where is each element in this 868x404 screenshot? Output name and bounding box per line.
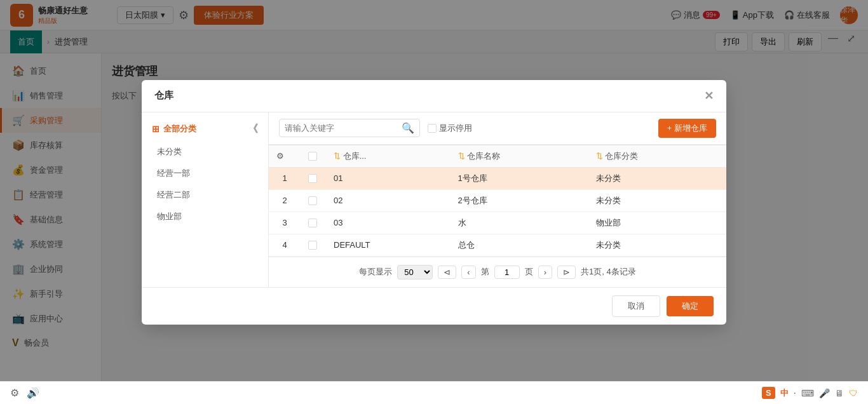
keyboard-icon[interactable]: ⌨ <box>801 388 814 398</box>
modal-backdrop: 仓库 ✕ ⊞ 全部分类 《 未分类 经营一部 经营二部 物业部 <box>0 0 868 404</box>
row-checkbox-4[interactable] <box>308 241 317 250</box>
search-input[interactable] <box>285 123 399 133</box>
row-cat-4: 未分类 <box>588 234 726 256</box>
add-warehouse-btn[interactable]: + 新增仓库 <box>658 119 716 138</box>
sort-icon-name: ⇅ <box>458 151 465 161</box>
category-header: ⊞ 全部分类 《 <box>142 118 268 141</box>
show-disabled-label: 显示停用 <box>428 123 472 134</box>
row-gear-1: 1 <box>269 167 301 189</box>
cancel-btn[interactable]: 取消 <box>612 295 660 317</box>
th-code: ⇅ 仓库... <box>326 145 451 167</box>
th-checkbox <box>301 145 326 167</box>
table-row[interactable]: 3 03 水 物业部 <box>269 212 726 234</box>
row-name-4: 总仓 <box>451 234 588 256</box>
page-size-select[interactable]: 50 10 20 100 <box>397 265 433 279</box>
page-unit: 页 <box>525 266 533 278</box>
category-item-2[interactable]: 经营二部 <box>142 184 268 206</box>
category-panel: ⊞ 全部分类 《 未分类 经营一部 经营二部 物业部 <box>142 112 269 287</box>
row-cat-3: 物业部 <box>588 212 726 234</box>
row-cb-2 <box>301 189 326 212</box>
pagination: 每页显示 50 10 20 100 ⊲ ‹ 第 页 › ⊳ 共1页, 4条记录 <box>269 257 726 287</box>
first-page-btn[interactable]: ⊲ <box>438 266 456 279</box>
table-panel: 🔍 显示停用 + 新增仓库 ⚙ <box>269 112 726 287</box>
row-code-4: DEFAULT <box>326 234 451 256</box>
row-gear-2: 2 <box>269 189 301 212</box>
sound-icon[interactable]: 🔊 <box>27 387 39 399</box>
data-table: ⚙ ⇅ 仓库... ⇅ <box>269 145 726 257</box>
zh-icon[interactable]: 中 <box>780 387 789 399</box>
row-gear-3: 3 <box>269 212 301 234</box>
row-name-1: 1号仓库 <box>451 167 588 189</box>
table-row[interactable]: 1 01 1号仓库 未分类 <box>269 167 726 189</box>
th-category: ⇅ 仓库分类 <box>588 145 726 167</box>
row-gear-4: 4 <box>269 234 301 256</box>
row-name-3: 水 <box>451 212 588 234</box>
collapse-icon[interactable]: 《 <box>248 123 258 136</box>
gear-icon[interactable]: ⚙ <box>276 151 284 161</box>
th-name: ⇅ 仓库名称 <box>451 145 588 167</box>
row-name-2: 2号仓库 <box>451 189 588 212</box>
row-checkbox-1[interactable] <box>308 174 317 183</box>
modal-header: 仓库 ✕ <box>142 80 726 112</box>
bottom-icons: ⚙ 🔊 <box>10 387 39 399</box>
bottom-right-icons: S 中 · ⌨ 🎤 🖥 🛡 <box>762 387 858 399</box>
category-item-0[interactable]: 未分类 <box>142 141 268 163</box>
warehouse-modal: 仓库 ✕ ⊞ 全部分类 《 未分类 经营一部 经营二部 物业部 <box>142 80 726 325</box>
row-cb-4 <box>301 234 326 256</box>
dot-icon: · <box>794 387 796 399</box>
row-cb-3 <box>301 212 326 234</box>
show-disabled-checkbox[interactable] <box>428 124 437 133</box>
search-icon[interactable]: 🔍 <box>402 122 414 134</box>
category-item-1[interactable]: 经营一部 <box>142 163 268 184</box>
table-body: 1 01 1号仓库 未分类 2 <box>269 167 726 256</box>
select-all-checkbox[interactable] <box>308 152 317 161</box>
table-toolbar: 🔍 显示停用 + 新增仓库 <box>269 112 726 145</box>
modal-footer: 取消 确定 <box>142 287 726 325</box>
table-scroll: ⚙ ⇅ 仓库... ⇅ <box>269 145 726 257</box>
settings-bottom-icon[interactable]: ⚙ <box>10 387 19 399</box>
page-label: 第 <box>481 266 489 278</box>
th-gear: ⚙ <box>269 145 301 167</box>
monitor-icon[interactable]: 🖥 <box>835 388 844 398</box>
page-input[interactable] <box>494 266 520 279</box>
row-cat-1: 未分类 <box>588 167 726 189</box>
modal-title: 仓库 <box>154 90 173 102</box>
row-cat-2: 未分类 <box>588 189 726 212</box>
s-logo: S <box>762 387 775 399</box>
search-box: 🔍 <box>279 119 420 137</box>
modal-body: ⊞ 全部分类 《 未分类 经营一部 经营二部 物业部 🔍 <box>142 112 726 287</box>
table-row[interactable]: 4 DEFAULT 总仓 未分类 <box>269 234 726 256</box>
row-checkbox-3[interactable] <box>308 219 317 227</box>
confirm-btn[interactable]: 确定 <box>667 296 714 316</box>
category-item-3[interactable]: 物业部 <box>142 206 268 227</box>
row-code-2: 02 <box>326 189 451 212</box>
row-checkbox-2[interactable] <box>308 196 317 205</box>
table-row[interactable]: 2 02 2号仓库 未分类 <box>269 189 726 212</box>
table-header: ⚙ ⇅ 仓库... ⇅ <box>269 145 726 167</box>
mic-icon[interactable]: 🎤 <box>819 388 830 398</box>
row-cb-1 <box>301 167 326 189</box>
page-size-label: 每页显示 <box>359 266 392 278</box>
all-categories[interactable]: ⊞ 全部分类 <box>152 123 196 135</box>
total-info: 共1页, 4条记录 <box>581 266 636 278</box>
next-page-btn[interactable]: › <box>538 266 552 279</box>
last-page-btn[interactable]: ⊳ <box>557 266 576 279</box>
shield-icon[interactable]: 🛡 <box>849 388 858 398</box>
bottom-bar: ⚙ 🔊 S 中 · ⌨ 🎤 🖥 🛡 <box>0 381 868 404</box>
sort-icon-cat: ⇅ <box>596 151 603 161</box>
close-icon[interactable]: ✕ <box>704 89 714 103</box>
sort-icon: ⇅ <box>334 151 341 161</box>
grid-icon: ⊞ <box>152 124 159 134</box>
row-code-3: 03 <box>326 212 451 234</box>
prev-page-btn[interactable]: ‹ <box>461 266 475 279</box>
row-code-1: 01 <box>326 167 451 189</box>
